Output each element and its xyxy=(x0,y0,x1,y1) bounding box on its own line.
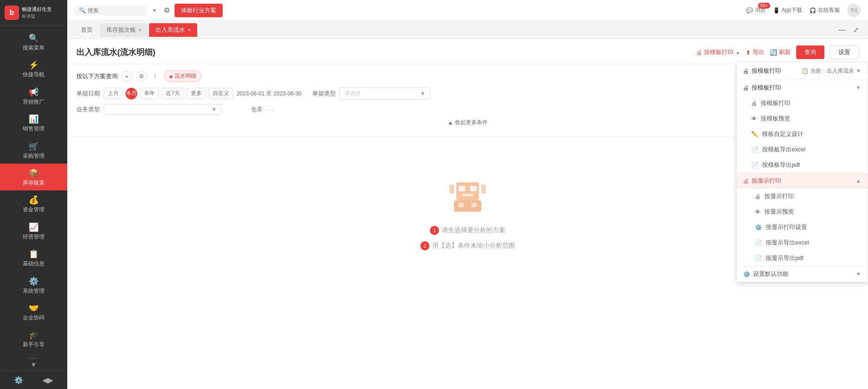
filter-config-button[interactable]: ⚙ xyxy=(136,71,147,82)
topbar-search[interactable]: 🔍 xyxy=(75,5,147,15)
empty-icon xyxy=(445,173,490,219)
dropdown-title: 🖨 按模板打印 xyxy=(743,67,781,75)
display-preview-icon: 👁 xyxy=(755,209,761,215)
sidebar-scroll-down[interactable]: ▼ xyxy=(0,359,67,371)
display-print-header[interactable]: 🖨 按显示打印 ▲ xyxy=(737,173,868,189)
filter-add-button[interactable]: + xyxy=(121,71,132,82)
settings-button[interactable]: 设置 xyxy=(830,45,859,59)
dropdown-header: 🖨 按模板打印 📋 当前：出入库流水 ▼ xyxy=(737,62,868,80)
svg-rect-3 xyxy=(462,194,473,196)
export-button[interactable]: ⬆ 导出 xyxy=(746,48,764,56)
template-pdf-icon: 📄 xyxy=(751,162,758,169)
display-print-item[interactable]: 🖨 按显示打印 xyxy=(737,189,868,204)
display-export-pdf-item[interactable]: 📄 按显示导出pdf xyxy=(737,250,868,266)
empty-text-1: 1 请先选择要分析的方案 xyxy=(430,226,505,235)
marketing-icon: 📢 xyxy=(29,87,39,97)
sidebar-item-basic[interactable]: 📋基础信息 xyxy=(0,244,67,271)
query-button[interactable]: 查询 xyxy=(796,45,824,59)
template-export-pdf-item[interactable]: 📄 按模板导出pdf xyxy=(737,157,868,173)
display-print-title: 🖨 按显示打印 xyxy=(743,177,781,185)
template-print-header[interactable]: 🖨 按模板打印 ▼ xyxy=(737,80,868,95)
app-name: 畅捷通好生意 标准版 xyxy=(22,6,52,19)
collapse-icon[interactable]: ◀▶ xyxy=(42,376,53,384)
tab-minimize-button[interactable]: — xyxy=(837,24,848,36)
template-preview-icon: 👁 xyxy=(751,115,757,122)
topbar-gear-icon[interactable]: ⚙ xyxy=(164,6,170,15)
template-preview-item[interactable]: 👁 按模板预览 xyxy=(737,111,868,126)
sidebar-item-sales[interactable]: 📊销售管理 xyxy=(0,110,67,136)
refresh-icon: 🔄 xyxy=(770,49,777,56)
doc-type-select[interactable]: 请选择 ▼ xyxy=(339,87,430,100)
settings-icon[interactable]: ⚙️ xyxy=(14,376,23,384)
date-btn-more[interactable]: 更多 xyxy=(187,88,206,99)
topbar-dropdown[interactable]: ▼ xyxy=(152,7,157,14)
tab-flow[interactable]: 出入库流水 × xyxy=(149,23,197,37)
date-btn-7days[interactable]: 近7天 xyxy=(162,88,184,99)
date-btn-last-month[interactable]: 上月 xyxy=(104,88,123,99)
sidebar-item-marketing[interactable]: 📢营销推广 xyxy=(0,83,67,110)
search-input[interactable] xyxy=(88,7,142,14)
date-btn-custom[interactable]: 自定义 xyxy=(209,88,233,99)
sidebar-nav: 🔍搜索菜单⚡快捷导航📢营销推广📊销售管理🛒采购管理📦库存核算💰资金管理📈经营管理… xyxy=(0,26,67,359)
sidebar-item-newbie[interactable]: 🎓新手引导 xyxy=(0,325,67,352)
filter-collapse-button[interactable]: 《 xyxy=(150,72,157,80)
sidebar-item-quicknav[interactable]: ⚡快捷导航 xyxy=(0,55,67,82)
template-export-excel-item[interactable]: 📄 按模板导出excel xyxy=(737,142,868,157)
collapse-more-button[interactable]: ▲ 收起更多条件 xyxy=(448,119,488,126)
app-logo: b 畅捷通好生意 标准版 xyxy=(0,0,67,26)
corp-icon: 🤝 xyxy=(29,303,39,313)
biz-type-select[interactable]: ▼ xyxy=(104,104,222,115)
sidebar-item-operation[interactable]: 📈经营管理 xyxy=(0,218,67,244)
sidebar-item-system[interactable]: ⚙️系统管理 xyxy=(0,272,67,299)
purchase-icon: 🛒 xyxy=(29,141,39,151)
dropdown-current: 📋 当前：出入库流水 ▼ xyxy=(802,67,861,75)
message-button[interactable]: 💬 消息 99+ xyxy=(746,6,766,14)
app-download-button[interactable]: 📱 App下载 xyxy=(773,6,802,14)
svg-rect-5 xyxy=(459,203,464,207)
sidebar-item-inventory[interactable]: 📦库存核算 xyxy=(0,164,67,190)
sidebar: b 畅捷通好生意 标准版 🔍搜索菜单⚡快捷导航📢营销推广📊销售管理🛒采购管理📦库… xyxy=(0,0,67,389)
date-btn-this-year[interactable]: 本年 xyxy=(140,88,159,99)
search-icon: 🔍 xyxy=(29,33,39,43)
date-group: 上月 本月 本年 近7天 更多 自定义 xyxy=(104,88,233,100)
biz-type-label: 业务类型 xyxy=(76,105,100,114)
sidebar-item-finance[interactable]: 💰资金管理 xyxy=(0,190,67,217)
display-preview-item[interactable]: 👁 按显示预览 xyxy=(737,204,868,219)
tab-batch[interactable]: 库存批次账 × xyxy=(100,23,148,37)
date-field: 单据日期 上月 本月 本年 近7天 更多 自定义 2023-06-01 至 xyxy=(76,88,301,100)
sidebar-item-corp[interactable]: 🤝企业协同 xyxy=(0,299,67,325)
date-btn-this-month[interactable]: 本月 xyxy=(125,88,137,100)
template-design-item[interactable]: ✏️ 模板自定义设计 xyxy=(737,126,868,142)
warehouse-more-icon[interactable]: ··· xyxy=(266,106,274,113)
biz-type-field: 业务类型 ▼ xyxy=(76,104,222,115)
inventory-icon: 📦 xyxy=(29,168,39,178)
template-print-item[interactable]: 🖨 按模板打印 xyxy=(737,95,868,111)
svg-rect-1 xyxy=(459,186,465,191)
display-pdf-icon: 📄 xyxy=(755,255,762,262)
tab-batch-close[interactable]: × xyxy=(139,27,142,33)
message-badge: 99+ xyxy=(758,3,770,9)
tab-maximize-button[interactable]: ⤢ xyxy=(851,24,861,36)
sidebar-bottom: ⚙️ ◀▶ xyxy=(0,371,67,389)
display-print-item-icon: 🖨 xyxy=(755,193,761,200)
display-export-excel-item[interactable]: 📄 按显示导出excel xyxy=(737,235,868,250)
newbie-icon: 🎓 xyxy=(29,330,39,340)
basic-icon: 📋 xyxy=(29,249,39,259)
sidebar-item-purchase[interactable]: 🛒采购管理 xyxy=(0,137,67,164)
template-print-item-icon: 🖨 xyxy=(751,100,757,107)
tab-home[interactable]: 首页 xyxy=(75,23,99,37)
solution-button[interactable]: 体验行业方案 xyxy=(175,4,223,17)
refresh-button[interactable]: 🔄 刷新 xyxy=(770,48,791,56)
online-service-button[interactable]: 🎧 在线客服 xyxy=(809,6,840,14)
system-icon: ⚙️ xyxy=(29,276,39,286)
sidebar-item-search[interactable]: 🔍搜索菜单 xyxy=(0,29,67,55)
display-print-settings-item[interactable]: ⚙️ 按显示打印设置 xyxy=(737,219,868,235)
sidebar-item-appcenter[interactable]: 🔲应用中心 xyxy=(0,353,67,359)
user-avatar[interactable]: Rit xyxy=(847,4,861,17)
biz-type-arrow: ▼ xyxy=(211,106,217,113)
print-button[interactable]: 🖨 按模板打印 ▲ xyxy=(696,48,740,56)
warehouse-field: 仓库 ··· xyxy=(251,105,274,114)
set-default-function[interactable]: ⚙️ 设置默认功能 ▼ xyxy=(737,266,868,282)
tab-flow-close[interactable]: × xyxy=(188,27,191,33)
svg-rect-8 xyxy=(481,185,486,194)
